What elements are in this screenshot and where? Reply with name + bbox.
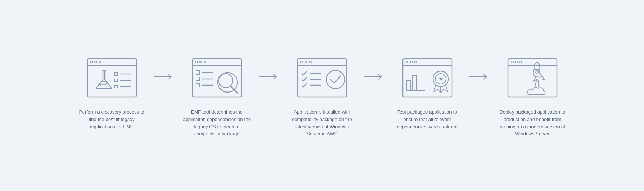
step-deploy-icon — [501, 53, 564, 102]
step-1-text: Perform a discovery process to find the … — [75, 109, 149, 131]
svg-rect-20 — [196, 71, 199, 74]
svg-point-2 — [90, 61, 93, 63]
workflow-container: Perform a discovery process to find the … — [0, 39, 644, 152]
svg-rect-22 — [196, 77, 199, 81]
svg-point-4 — [99, 61, 101, 63]
step-4: ★ Test packaged application to ensure th… — [389, 53, 466, 131]
svg-point-56 — [515, 61, 517, 63]
svg-point-18 — [200, 61, 202, 63]
svg-line-28 — [231, 87, 237, 93]
svg-point-34 — [309, 61, 311, 63]
svg-point-44 — [414, 61, 416, 63]
svg-point-33 — [305, 61, 307, 63]
step-4-text: Test packaged application to ensure that… — [391, 109, 464, 131]
svg-point-6 — [101, 81, 107, 85]
arrow-4 — [466, 53, 494, 81]
svg-point-55 — [511, 61, 513, 63]
step-2: EMP tool determines the application depe… — [178, 53, 256, 138]
svg-point-42 — [406, 61, 408, 63]
step-5-text: Deploy packaged application to productio… — [496, 109, 569, 138]
arrow-2 — [256, 53, 284, 81]
svg-point-38 — [326, 70, 345, 89]
step-1: Perform a discovery process to find the … — [73, 53, 150, 131]
step-install-icon — [291, 53, 354, 102]
svg-rect-0 — [87, 59, 136, 97]
svg-point-19 — [204, 61, 206, 63]
svg-rect-45 — [406, 80, 411, 90]
step-3: Application is installed with compatibil… — [284, 53, 361, 138]
svg-text:★: ★ — [439, 76, 443, 82]
step-2-text: EMP tool determines the application depe… — [180, 109, 254, 138]
svg-rect-47 — [419, 71, 423, 90]
step-3-text: Application is installed with compatibil… — [285, 109, 359, 138]
step-analysis-icon — [185, 53, 249, 102]
svg-rect-46 — [413, 75, 417, 90]
svg-point-3 — [95, 61, 97, 63]
svg-rect-24 — [196, 83, 199, 87]
arrow-3 — [361, 53, 389, 81]
svg-rect-8 — [115, 73, 117, 75]
svg-rect-10 — [115, 79, 117, 82]
svg-point-17 — [196, 61, 198, 63]
step-test-icon: ★ — [396, 53, 459, 102]
svg-rect-53 — [508, 59, 557, 97]
svg-point-32 — [301, 61, 303, 63]
step-discovery-icon — [80, 53, 143, 102]
svg-point-27 — [219, 74, 233, 88]
step-5: Deploy packaged application to productio… — [494, 53, 571, 138]
svg-rect-12 — [115, 85, 117, 88]
svg-rect-40 — [403, 59, 452, 97]
svg-point-57 — [520, 61, 522, 63]
svg-point-43 — [410, 61, 412, 63]
arrow-1 — [150, 53, 178, 81]
